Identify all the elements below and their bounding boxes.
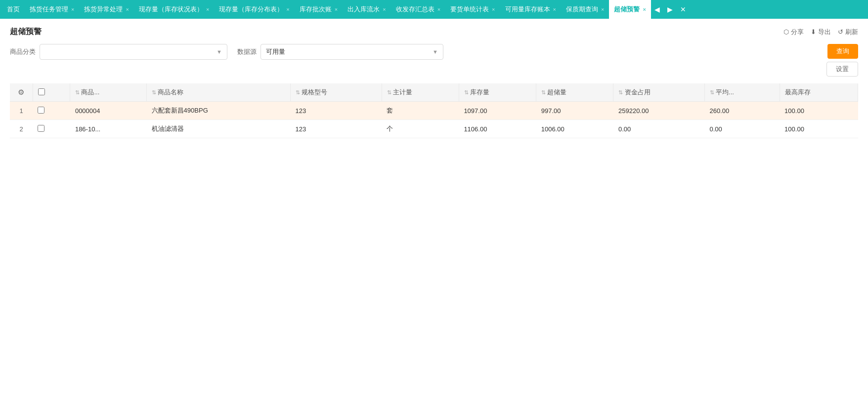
stock-cell: 1106.00 — [459, 120, 536, 138]
close-icon[interactable]: × — [286, 6, 289, 12]
header-actions: ⬡ 分享 ⬇ 导出 ↺ 刷新 — [783, 28, 858, 37]
unit-cell: 套 — [382, 102, 459, 120]
chevron-down-icon: ▼ — [217, 49, 222, 55]
chevron-down-icon: ▼ — [433, 49, 438, 55]
category-filter: 商品分类 ▼ — [10, 44, 227, 60]
nav-exception[interactable]: 拣货异常处理 × — [79, 0, 133, 19]
product-name-col-header[interactable]: 商品名称 — [147, 83, 291, 102]
stock-col-header[interactable]: 库存量 — [459, 83, 536, 102]
nav-expiry[interactable]: 保质期查询 × — [561, 0, 609, 19]
overstock-cell: 997.00 — [536, 102, 613, 120]
close-icon[interactable]: × — [335, 6, 338, 12]
row-checkbox[interactable] — [38, 107, 44, 114]
refresh-button[interactable]: ↺ 刷新 — [838, 28, 858, 37]
overstock-col-header[interactable]: 超储量 — [536, 83, 613, 102]
close-icon[interactable]: × — [206, 6, 209, 12]
product-code-cell: 186-10... — [70, 120, 147, 138]
spec-cell: 123 — [291, 102, 382, 120]
capital-cell: 259220.00 — [613, 102, 705, 120]
nav-order-stats[interactable]: 要货单统计表 × — [445, 0, 500, 19]
data-table: ⚙ 商品... 商品名称 规格型号 主计量 库存量 超储量 资金占用 平均...… — [10, 83, 858, 138]
select-all-checkbox[interactable] — [38, 88, 45, 95]
category-label: 商品分类 — [10, 47, 36, 56]
unit-col-header[interactable]: 主计量 — [382, 83, 459, 102]
nav-batch[interactable]: 库存批次账 × — [295, 0, 343, 19]
capital-cell: 0.00 — [613, 120, 705, 138]
close-icon[interactable]: × — [126, 6, 129, 12]
nav-usable-stock[interactable]: 可用量库存账本 × — [500, 0, 561, 19]
settings-col-header[interactable]: ⚙ — [10, 83, 33, 102]
export-button[interactable]: ⬇ 导出 — [811, 28, 831, 37]
product-code-col-header[interactable]: 商品... — [70, 83, 147, 102]
max-stock-cell: 100.00 — [780, 102, 858, 120]
nav-stock-status[interactable]: 现存量（库存状况表） × — [134, 0, 214, 19]
row-checkbox[interactable] — [38, 125, 44, 132]
export-icon: ⬇ — [811, 28, 816, 36]
avg-cell: 0.00 — [704, 120, 780, 138]
datasource-select[interactable]: 可用量 ▼ — [260, 44, 443, 60]
product-name-cell: 机油滤清器 — [147, 120, 291, 138]
unit-cell: 个 — [382, 120, 459, 138]
max-stock-col-header: 最高库存 — [780, 83, 858, 102]
nav-inout-flow[interactable]: 出入库流水 × — [343, 0, 391, 19]
nav-prev-arrow[interactable]: ◀ — [651, 0, 664, 19]
table-row: 1 0000004 六配套新昌490BPG 123 套 1097.00 997.… — [10, 102, 858, 120]
nav-stock-dist[interactable]: 现存量（库存分布表） × — [214, 0, 294, 19]
close-icon[interactable]: × — [601, 6, 604, 12]
page-header: 超储预警 ⬡ 分享 ⬇ 导出 ↺ 刷新 — [10, 27, 858, 37]
page-content: 超储预警 ⬡ 分享 ⬇ 导出 ↺ 刷新 商品分类 ▼ 数据源 — [0, 19, 868, 146]
top-nav: 首页 拣货任务管理 × 拣货异常处理 × 现存量（库存状况表） × 现存量（库存… — [0, 0, 868, 19]
checkbox-cell[interactable] — [33, 120, 70, 138]
close-icon[interactable]: × — [492, 6, 495, 12]
close-icon[interactable]: × — [553, 6, 556, 12]
nav-home[interactable]: 首页 — [2, 0, 25, 19]
table-row: 2 186-10... 机油滤清器 123 个 1106.00 1006.00 … — [10, 120, 858, 138]
avg-col-header[interactable]: 平均... — [704, 83, 780, 102]
share-icon: ⬡ — [783, 28, 789, 36]
product-code-cell: 0000004 — [70, 102, 147, 120]
stock-cell: 1097.00 — [459, 102, 536, 120]
overstock-cell: 1006.00 — [536, 120, 613, 138]
settings-button[interactable]: 设置 — [826, 62, 858, 77]
nav-next-arrow[interactable]: ▶ — [664, 0, 677, 19]
product-name-cell: 六配套新昌490BPG — [147, 102, 291, 120]
filter-buttons: 查询 设置 — [826, 44, 858, 77]
close-icon[interactable]: × — [437, 6, 440, 12]
checkbox-cell[interactable] — [33, 102, 70, 120]
refresh-icon: ↺ — [838, 28, 843, 36]
nav-summary[interactable]: 收发存汇总表 × — [391, 0, 445, 19]
capital-col-header[interactable]: 资金占用 — [613, 83, 705, 102]
category-select[interactable]: ▼ — [40, 44, 227, 60]
table-header-row: ⚙ 商品... 商品名称 规格型号 主计量 库存量 超储量 资金占用 平均...… — [10, 83, 858, 102]
nav-task-mgmt[interactable]: 拣货任务管理 × — [25, 0, 79, 19]
row-num-cell: 2 — [10, 120, 33, 138]
avg-cell: 260.00 — [704, 102, 780, 120]
datasource-label: 数据源 — [237, 47, 257, 56]
row-num-cell: 1 — [10, 102, 33, 120]
share-button[interactable]: ⬡ 分享 — [783, 28, 804, 37]
spec-col-header[interactable]: 规格型号 — [291, 83, 382, 102]
close-icon[interactable]: × — [643, 6, 646, 12]
nav-close-arrow[interactable]: ✕ — [677, 0, 690, 19]
close-icon[interactable]: × — [383, 6, 386, 12]
gear-icon[interactable]: ⚙ — [18, 88, 24, 96]
close-icon[interactable]: × — [71, 6, 74, 12]
max-stock-cell: 100.00 — [780, 120, 858, 138]
spec-cell: 123 — [291, 120, 382, 138]
datasource-filter: 数据源 可用量 ▼ — [237, 44, 443, 60]
query-button[interactable]: 查询 — [827, 44, 858, 59]
nav-overstock[interactable]: 超储预警 × — [609, 0, 651, 19]
checkbox-col-header[interactable] — [33, 83, 70, 102]
page-title: 超储预警 — [10, 27, 42, 37]
